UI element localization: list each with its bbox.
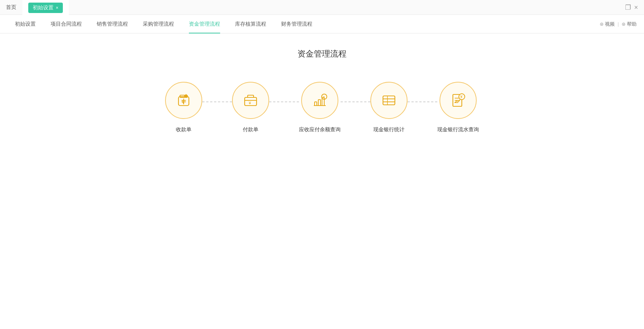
flow-row: ¥ 收款单 ¥ 付款单 [0, 82, 644, 133]
active-tab[interactable]: 初始设置 × [22, 0, 69, 15]
nav-item-finance[interactable]: 财务管理流程 [274, 15, 320, 33]
flow-item-receipt[interactable]: ¥ 收款单 [165, 82, 202, 133]
main-content: 资金管理流程 ¥ 收款单 [0, 33, 644, 148]
bank-flow-icon-circle[interactable]: ¥ [439, 82, 477, 119]
bank-flow-label: 现金银行流水查询 [437, 126, 479, 133]
svg-rect-10 [318, 100, 321, 106]
flow-item-bank-stat[interactable]: 现金银行统计 [370, 82, 408, 133]
svg-text:¥: ¥ [323, 95, 325, 99]
nav-item-sales[interactable]: 销售管理流程 [89, 15, 135, 33]
video-link[interactable]: ⊙ 视频 [600, 21, 615, 28]
receipt-icon: ¥ [175, 91, 193, 109]
connector-3 [341, 101, 370, 102]
svg-rect-9 [315, 102, 317, 106]
flow-item-balance[interactable]: ¥ 应收应付余额查询 [299, 82, 341, 133]
nav-bar: 初始设置 项目合同流程 销售管理流程 采购管理流程 资金管理流程 库存核算流程 … [0, 15, 644, 33]
nav-item-init[interactable]: 初始设置 [7, 15, 43, 33]
bank-stat-icon-circle[interactable] [370, 82, 408, 119]
flow-item-bank-flow[interactable]: ¥ 现金银行流水查询 [437, 82, 479, 133]
nav-right: ⊙ 视频 | ⊙ 帮助 [600, 21, 637, 28]
connector-2 [269, 101, 299, 102]
svg-text:¥: ¥ [460, 95, 463, 99]
bank-stat-icon [380, 91, 398, 109]
bank-flow-icon: ¥ [449, 91, 467, 109]
payment-icon-circle[interactable]: ¥ [232, 82, 269, 119]
svg-text:¥: ¥ [182, 100, 184, 104]
receipt-icon-circle[interactable]: ¥ [165, 82, 202, 119]
nav-divider: | [618, 21, 619, 27]
help-link[interactable]: ⊙ 帮助 [622, 21, 637, 28]
nav-item-inventory[interactable]: 库存核算流程 [228, 15, 274, 33]
active-tab-label: 初始设置 [33, 4, 54, 11]
nav-item-project[interactable]: 项目合同流程 [43, 15, 89, 33]
payment-label: 付款单 [243, 126, 258, 133]
window-restore-button[interactable]: ❐ [625, 4, 631, 11]
balance-icon-circle[interactable]: ¥ [301, 82, 338, 119]
connector-1 [202, 101, 232, 102]
window-controls: ❐ × [625, 4, 644, 11]
page-title: 资金管理流程 [0, 48, 644, 59]
nav-item-fund[interactable]: 资金管理流程 [181, 15, 228, 33]
bank-stat-label: 现金银行统计 [373, 126, 405, 133]
receipt-label: 收款单 [176, 126, 191, 133]
balance-label: 应收应付余额查询 [299, 126, 341, 133]
balance-icon: ¥ [311, 91, 329, 109]
svg-text:¥: ¥ [248, 101, 251, 105]
svg-rect-15 [383, 96, 395, 105]
top-bar: 首页 初始设置 × ❐ × [0, 0, 644, 15]
connector-4 [408, 101, 437, 102]
nav-item-purchase[interactable]: 采购管理流程 [135, 15, 181, 33]
home-tab[interactable]: 首页 [0, 0, 22, 15]
tab-close-icon[interactable]: × [56, 5, 58, 10]
payment-icon: ¥ [242, 91, 260, 109]
window-close-button[interactable]: × [634, 4, 638, 11]
flow-item-payment[interactable]: ¥ 付款单 [232, 82, 269, 133]
